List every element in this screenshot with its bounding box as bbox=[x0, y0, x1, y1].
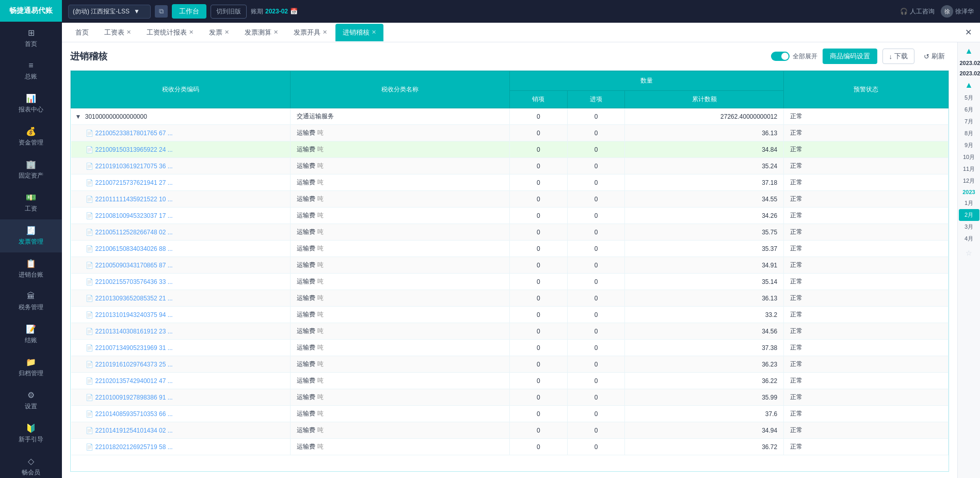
tax-name-cell: 运输费吨 bbox=[291, 241, 510, 257]
cal-month-2[interactable]: 2月 bbox=[959, 209, 979, 221]
close-icon[interactable]: ✕ bbox=[323, 29, 327, 36]
sidebar-item-funds[interactable]: 💰 资金管理 bbox=[0, 120, 62, 153]
table-row[interactable]: 📄221008100945323037 17 ... 运输费吨0 0 34.26… bbox=[71, 208, 949, 224]
cumulative-cell: 34.56 bbox=[625, 323, 784, 340]
calendar-scroll-up[interactable]: ▲ bbox=[963, 44, 975, 58]
cumulative-cell: 34.91 bbox=[625, 257, 784, 274]
copy-button[interactable]: ⧉ bbox=[155, 5, 168, 18]
guide-icon: 🔰 bbox=[26, 423, 36, 433]
reports-icon: 📊 bbox=[26, 93, 36, 103]
sidebar-item-salary[interactable]: 💵 工资 bbox=[0, 186, 62, 219]
refresh-button[interactable]: ↺ 刷新 bbox=[920, 49, 949, 63]
sidebar-item-tax[interactable]: 🏛 税务管理 bbox=[0, 285, 62, 318]
cal-month-3[interactable]: 3月 bbox=[959, 221, 979, 233]
status-cell: 正常 bbox=[784, 191, 949, 208]
cumulative-cell: 37.18 bbox=[625, 174, 784, 191]
status-cell: 正常 bbox=[784, 290, 949, 307]
table-row[interactable]: 📄221019161029764373 25 ... 运输费吨0 0 36.23… bbox=[71, 356, 949, 373]
tab-invoice-reconcile[interactable]: 进销稽核 ✕ bbox=[335, 24, 383, 41]
tab-invoice[interactable]: 发票 ✕ bbox=[202, 24, 236, 41]
sidebar-item-label: 结账 bbox=[25, 336, 37, 345]
purchase-cell: 0 bbox=[567, 191, 625, 208]
file-icon: 📄 bbox=[86, 443, 93, 451]
product-settings-button[interactable]: 商品编码设置 bbox=[823, 49, 877, 64]
tab-salary-stats[interactable]: 工资统计报表 ✕ bbox=[139, 24, 201, 41]
table-row[interactable]: 📄221010091927898386 91 ... 运输费吨0 0 35.99… bbox=[71, 389, 949, 406]
tab-invoice-calc[interactable]: 发票测算 ✕ bbox=[237, 24, 285, 41]
calendar-icon: 📅 bbox=[290, 8, 298, 15]
table-container: 税收分类编码 税收分类名称 数量 预警状态 销项 进项 累计数额 bbox=[70, 70, 949, 472]
table-row[interactable]: 📄221005233817801765 67 ... 运输费吨0 0 36.13… bbox=[71, 125, 949, 141]
sidebar-item-label: 报表中心 bbox=[19, 105, 43, 114]
sidebar-item-home[interactable]: ⊞ 首页 bbox=[0, 22, 62, 55]
tax-code-cell: 📄221018202126925719 58 ... bbox=[71, 439, 291, 455]
expand-toggle[interactable]: 全部展开 bbox=[771, 52, 817, 61]
purchase-cell: 0 bbox=[567, 141, 625, 158]
table-row[interactable]: 📄221020135742940012 47 ... 运输费吨0 0 36.22… bbox=[71, 373, 949, 389]
table-row[interactable]: 📄221005112528266748 02 ... 运输费吨0 0 35.75… bbox=[71, 224, 949, 241]
expand-icon[interactable]: ▼ bbox=[75, 113, 82, 120]
table-row[interactable]: 📄221007215737621941 27 ... 运输费吨0 0 37.18… bbox=[71, 174, 949, 191]
close-icon[interactable]: ✕ bbox=[224, 29, 229, 36]
cal-month-12[interactable]: 12月 bbox=[959, 175, 979, 187]
cumulative-cell: 36.23 bbox=[625, 356, 784, 373]
status-cell: 正常 bbox=[784, 307, 949, 323]
download-button[interactable]: ↓ 下载 bbox=[882, 49, 915, 64]
close-icon[interactable]: ✕ bbox=[189, 29, 194, 36]
cal-month-1[interactable]: 1月 bbox=[959, 197, 979, 209]
table-row[interactable]: 📄221013101943240375 94 ... 运输费吨0 0 33.2 … bbox=[71, 307, 949, 323]
workbench-button[interactable]: 工作台 bbox=[172, 4, 206, 19]
table-row[interactable]: 📄221018202126925719 58 ... 运输费吨0 0 36.72… bbox=[71, 439, 949, 455]
support-link[interactable]: 🎧 人工咨询 bbox=[900, 7, 935, 16]
table-row[interactable]: 📄221011111435921522 10 ... 运输费吨0 0 34.55… bbox=[71, 191, 949, 208]
cal-month-6[interactable]: 6月 bbox=[959, 104, 979, 116]
table-row[interactable]: 📄221014085935710353 66 ... 运输费吨0 0 37.6 … bbox=[71, 406, 949, 422]
cumulative-cell: 34.94 bbox=[625, 422, 784, 439]
table-row[interactable]: 📄221013140308161912 23 ... 运输费吨0 0 34.56… bbox=[71, 323, 949, 340]
tab-salary[interactable]: 工资表 ✕ bbox=[97, 24, 138, 41]
purchase-cell: 0 bbox=[567, 323, 625, 340]
table-row[interactable]: 📄221013093652085352 21 ... 运输费吨0 0 36.13… bbox=[71, 290, 949, 307]
avatar: 徐 bbox=[941, 5, 953, 18]
table-row[interactable]: 📄221005090343170865 87 ... 运输费吨0 0 34.91… bbox=[71, 257, 949, 274]
close-icon[interactable]: ✕ bbox=[274, 29, 278, 36]
sidebar-item-settings[interactable]: ⚙ 设置 bbox=[0, 384, 62, 417]
table-row[interactable]: 📄221009150313965922 24 ... 运输费吨0 0 34.84… bbox=[71, 141, 949, 158]
table-row[interactable]: ▼ 301000000000000000 交通运输服务0 0 27262.400… bbox=[71, 108, 949, 125]
sidebar-item-assets[interactable]: 🏢 固定资产 bbox=[0, 153, 62, 186]
tab-home[interactable]: 首页 bbox=[68, 24, 96, 41]
sidebar-item-reports[interactable]: 📊 报表中心 bbox=[0, 87, 62, 120]
sidebar-item-guide[interactable]: 🔰 新手引导 bbox=[0, 417, 62, 450]
table-row[interactable]: 📄221014191254101434 02 ... 运输费吨0 0 34.94… bbox=[71, 422, 949, 439]
calendar-up-arrow[interactable]: ▲ bbox=[963, 78, 975, 92]
company-selector[interactable]: (勿动) 江西报宝-LSS ▼ bbox=[68, 5, 151, 19]
table-row[interactable]: 📄221006150834034026 88 ... 运输费吨0 0 35.37… bbox=[71, 241, 949, 257]
cal-month-11[interactable]: 11月 bbox=[959, 163, 979, 175]
purchase-cell: 0 bbox=[567, 257, 625, 274]
close-all-button[interactable]: ✕ bbox=[963, 27, 974, 37]
cal-month-5[interactable]: 5月 bbox=[959, 92, 979, 104]
tab-invoice-open[interactable]: 发票开具 ✕ bbox=[286, 24, 334, 41]
back-button[interactable]: 切到旧版 bbox=[211, 5, 247, 19]
table-row[interactable]: 📄221002155703576436 33 ... 运输费吨0 0 35.14… bbox=[71, 274, 949, 290]
sidebar-item-invoice[interactable]: 🧾 发票管理 bbox=[0, 219, 62, 252]
sidebar-item-purchase-sales[interactable]: 📋 进销台账 bbox=[0, 252, 62, 285]
close-icon[interactable]: ✕ bbox=[126, 29, 131, 36]
tab-salary-stats-label: 工资统计报表 bbox=[147, 28, 187, 37]
sidebar-item-ledger[interactable]: ≡ 总账 bbox=[0, 55, 62, 87]
tax-name-cell: 运输费吨 bbox=[291, 274, 510, 290]
file-icon: 📄 bbox=[86, 278, 93, 285]
table-row[interactable]: 📄221007134905231969 31 ... 运输费吨0 0 37.38… bbox=[71, 340, 949, 356]
close-icon[interactable]: ✕ bbox=[372, 29, 376, 36]
cal-month-8[interactable]: 8月 bbox=[959, 128, 979, 139]
user-menu[interactable]: 徐 徐泽华 bbox=[941, 5, 974, 18]
table-row[interactable]: 📄221019103619217075 36 ... 运输费吨0 0 35.24… bbox=[71, 158, 949, 174]
toggle-switch[interactable] bbox=[771, 52, 790, 61]
sidebar-item-member[interactable]: ◇ 畅会员 bbox=[0, 450, 62, 478]
cal-month-4[interactable]: 4月 bbox=[959, 233, 979, 245]
sidebar-item-archive[interactable]: 📁 归档管理 bbox=[0, 351, 62, 384]
cal-month-10[interactable]: 10月 bbox=[959, 151, 979, 163]
cal-month-9[interactable]: 9月 bbox=[959, 139, 979, 151]
cal-month-7[interactable]: 7月 bbox=[959, 116, 979, 128]
sidebar-item-settlement[interactable]: 📝 结账 bbox=[0, 318, 62, 351]
